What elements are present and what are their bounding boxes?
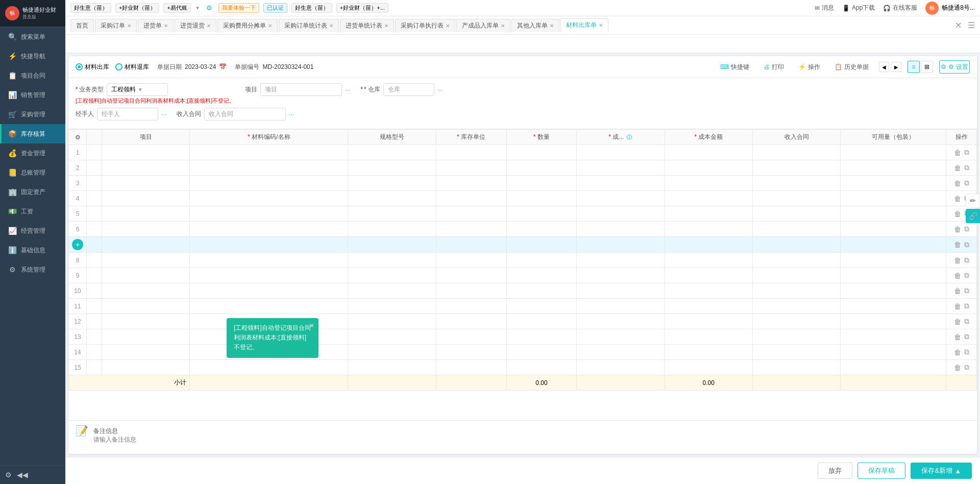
delete-icon[interactable]: 🗑 [954, 210, 961, 218]
delete-icon[interactable]: 🗑 [954, 225, 961, 233]
next-arrow[interactable]: ▶ [891, 62, 901, 72]
row-spec[interactable] [348, 222, 436, 237]
row-qty[interactable] [506, 360, 577, 375]
row-unit[interactable] [436, 268, 506, 283]
ann-tag-wealth2[interactable]: +好业财（苗）+... [336, 3, 388, 13]
row-spec[interactable] [348, 191, 436, 206]
user-profile[interactable]: 畅 畅捷通8号... [925, 2, 975, 15]
tooltip-close-btn[interactable]: ✕ [309, 321, 314, 331]
row-income-contract[interactable] [752, 206, 840, 222]
row-material[interactable] [190, 360, 348, 375]
copy-icon[interactable]: ⧉ [964, 302, 969, 310]
right-green-btn[interactable]: 🔗 [966, 209, 980, 223]
shortcut-btn[interactable]: ⌨ 快捷键 [716, 61, 753, 73]
row-project[interactable] [102, 206, 190, 222]
row-qty[interactable] [506, 283, 577, 299]
warehouse-select[interactable]: 仓库 [383, 83, 434, 96]
copy-icon[interactable]: ⧉ [964, 256, 969, 264]
sidebar-item-固定资产[interactable]: 🏢固定资产 [0, 182, 65, 202]
row-project[interactable] [102, 268, 190, 283]
sidebar-item-项目合同[interactable]: 📋项目合同 [0, 66, 65, 85]
collapse-icon[interactable]: ◀◀ [17, 471, 28, 479]
row-unit[interactable] [436, 329, 506, 345]
row-qty[interactable] [506, 191, 577, 206]
tab-close-icon[interactable]: ✕ [550, 23, 554, 29]
print-btn[interactable]: 🖨 打印 [760, 61, 788, 73]
row-project[interactable] [102, 299, 190, 314]
tab-首页[interactable]: 首页 [70, 19, 94, 32]
save-new-btn[interactable]: 保存&新增 ▲ [911, 463, 972, 479]
income-contract-dots[interactable]: ··· [289, 111, 294, 118]
row-cost-amount[interactable] [665, 268, 752, 283]
row-qty[interactable] [506, 345, 577, 360]
row-unit[interactable] [436, 191, 506, 206]
copy-icon[interactable]: ⧉ [964, 363, 969, 372]
row-qty[interactable] [506, 299, 577, 314]
delete-icon[interactable]: 🗑 [954, 364, 961, 372]
row-unit[interactable] [436, 237, 506, 253]
row-unit[interactable] [436, 299, 506, 314]
row-unit[interactable] [436, 253, 506, 268]
row-spec[interactable] [348, 299, 436, 314]
tab-close-icon[interactable]: ✕ [207, 23, 211, 29]
project-dots[interactable]: ··· [345, 86, 350, 93]
tab-进货退货[interactable]: 进货退货✕ [175, 19, 216, 32]
row-cost[interactable] [577, 237, 665, 253]
row-spec[interactable] [348, 253, 436, 268]
row-project[interactable] [102, 283, 190, 299]
row-project[interactable] [102, 345, 190, 360]
sidebar-item-搜索菜单[interactable]: 🔍搜索菜单 [0, 27, 65, 46]
sidebar-item-快捷导航[interactable]: ⚡快捷导航 [0, 46, 65, 66]
row-cost-amount[interactable] [665, 206, 752, 222]
row-cost[interactable] [577, 145, 665, 160]
sidebar-item-采购管理[interactable]: 🛒采购管理 [0, 105, 65, 124]
row-cost[interactable] [577, 253, 665, 268]
ann-dropdown-icon[interactable]: ▼ [195, 5, 200, 11]
row-material[interactable] [190, 145, 348, 160]
row-cost-amount[interactable] [665, 145, 752, 160]
history-btn[interactable]: 📋 历史单据 [830, 61, 873, 73]
project-select[interactable]: 项目 [260, 83, 342, 96]
row-cost[interactable] [577, 283, 665, 299]
grid-view-btn[interactable]: ⊞ [921, 61, 933, 73]
row-cost-amount[interactable] [665, 345, 752, 360]
date-value[interactable]: 2023-03-24 [185, 63, 216, 70]
row-material[interactable] [190, 268, 348, 283]
row-add-btn-cell[interactable]: + [69, 237, 87, 253]
row-cost-amount[interactable] [665, 191, 752, 206]
delete-icon[interactable]: 🗑 [954, 179, 961, 187]
radio-material-return[interactable]: 材料退库 [115, 63, 149, 71]
row-income-contract[interactable] [752, 360, 840, 375]
handler-dots[interactable]: ··· [161, 111, 166, 118]
delete-icon[interactable]: 🗑 [954, 240, 961, 249]
delete-icon[interactable]: 🗑 [954, 318, 961, 326]
row-spec[interactable] [348, 160, 436, 176]
row-qty[interactable] [506, 314, 577, 329]
row-cost[interactable] [577, 345, 665, 360]
row-income-contract[interactable] [752, 268, 840, 283]
row-project[interactable] [102, 360, 190, 375]
close-all-icon[interactable]: ✕ [955, 20, 962, 30]
row-cost-amount[interactable] [665, 176, 752, 191]
row-income-contract[interactable] [752, 176, 840, 191]
warehouse-dots[interactable]: ··· [437, 86, 443, 93]
row-qty[interactable] [506, 329, 577, 345]
row-project[interactable] [102, 145, 190, 160]
row-material[interactable] [190, 283, 348, 299]
row-spec[interactable] [348, 237, 436, 253]
row-qty[interactable] [506, 268, 577, 283]
row-qty[interactable] [506, 176, 577, 191]
row-income-contract[interactable] [752, 314, 840, 329]
copy-icon[interactable]: ⧉ [964, 317, 969, 326]
delete-icon[interactable]: 🗑 [954, 164, 961, 172]
tab-采购费用分摊单[interactable]: 采购费用分摊单✕ [217, 19, 278, 32]
copy-icon[interactable]: ⧉ [964, 225, 969, 233]
row-material[interactable] [190, 191, 348, 206]
page-settings-btn[interactable]: ⚙ ⚙ 设置 [939, 60, 970, 74]
sidebar-item-工资[interactable]: 💵工资 [0, 202, 65, 221]
sidebar-item-经营管理[interactable]: 📈经营管理 [0, 221, 65, 240]
tab-close-icon[interactable]: ✕ [501, 23, 505, 29]
ann-tag-experience[interactable]: 我要体验一下 [218, 3, 259, 13]
row-spec[interactable] [348, 345, 436, 360]
row-project[interactable] [102, 176, 190, 191]
